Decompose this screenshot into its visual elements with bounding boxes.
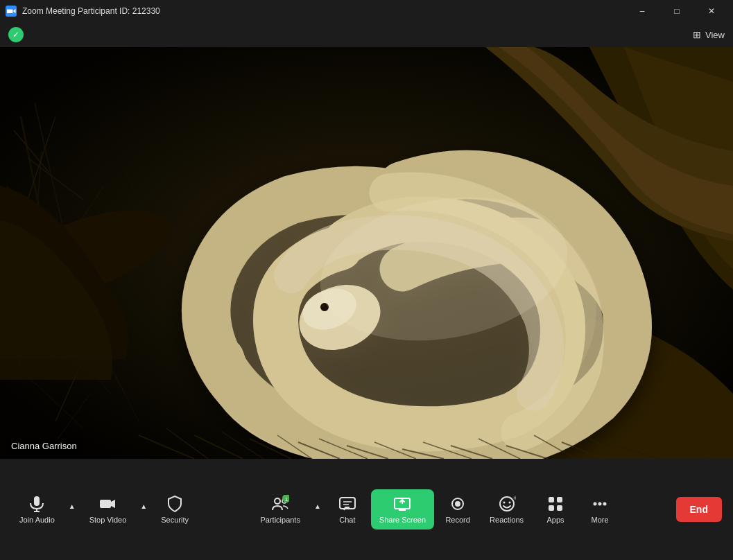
snake-image	[0, 47, 733, 459]
svg-point-80	[598, 502, 602, 506]
participants-button[interactable]: 1 Participants	[252, 489, 308, 530]
apps-icon	[546, 495, 564, 513]
svg-rect-54	[34, 496, 40, 506]
svg-point-73	[508, 502, 510, 504]
security-label: Security	[161, 516, 189, 524]
top-bar: ✓ ⊞ View	[0, 22, 733, 47]
reactions-icon: +	[498, 495, 516, 513]
svg-point-71	[500, 497, 514, 511]
toolbar-left-group: Join Audio ▲ Stop Video ▲ Security	[11, 489, 197, 530]
video-expand-arrow[interactable]: ▲	[137, 500, 150, 513]
reactions-label: Reactions	[490, 516, 524, 524]
view-button[interactable]: ⊞ View	[693, 29, 725, 40]
svg-point-58	[275, 498, 280, 504]
svg-point-81	[603, 502, 607, 506]
svg-point-72	[503, 502, 505, 504]
close-button[interactable]: ✕	[696, 0, 727, 22]
participants-icon: 1	[271, 495, 289, 513]
svg-rect-76	[557, 497, 562, 502]
svg-point-79	[594, 502, 597, 506]
apps-button[interactable]: Apps	[535, 489, 576, 530]
view-label: View	[705, 30, 725, 40]
participants-expand-arrow[interactable]: ▲	[311, 500, 324, 513]
zoom-logo-icon	[6, 6, 17, 17]
title-left: Zoom Meeting Participant ID: 212330	[6, 6, 160, 17]
join-audio-label: Join Audio	[19, 516, 55, 524]
title-bar: Zoom Meeting Participant ID: 212330 – □ …	[0, 0, 733, 22]
svg-rect-78	[557, 505, 562, 511]
window-controls: – □ ✕	[626, 0, 727, 22]
record-icon	[449, 495, 467, 513]
video-feed	[0, 47, 733, 459]
shield-check: ✓	[12, 30, 19, 40]
reactions-button[interactable]: + Reactions	[481, 489, 532, 530]
microphone-icon	[28, 495, 46, 513]
video-area: Cianna Garrison	[0, 47, 733, 459]
apps-label: Apps	[546, 516, 564, 524]
more-button[interactable]: More	[579, 489, 621, 530]
maximize-button[interactable]: □	[661, 0, 693, 22]
view-icon: ⊞	[693, 29, 701, 40]
participant-name-tag: Cianna Garrison	[6, 439, 83, 453]
chat-label: Chat	[339, 516, 355, 524]
toolbar-center-group: 1 Participants ▲ Chat Share Sc	[252, 489, 621, 530]
minimize-button[interactable]: –	[626, 0, 658, 22]
participants-label: Participants	[260, 516, 300, 524]
svg-rect-75	[549, 497, 554, 502]
video-camera-icon	[98, 495, 117, 513]
svg-text:+: +	[513, 495, 516, 502]
security-shield-icon: ✓	[8, 27, 24, 42]
svg-rect-57	[100, 500, 111, 508]
share-screen-button[interactable]: Share Screen	[371, 489, 434, 530]
record-button[interactable]: Record	[437, 489, 478, 530]
end-button-container: End	[676, 497, 722, 522]
security-icon	[166, 495, 184, 513]
svg-text:1: 1	[285, 496, 288, 502]
audio-expand-arrow[interactable]: ▲	[66, 500, 78, 513]
svg-point-70	[455, 501, 460, 507]
chat-icon	[338, 495, 356, 513]
stop-video-label: Stop Video	[89, 516, 127, 524]
share-screen-label: Share Screen	[379, 516, 426, 524]
chat-button[interactable]: Chat	[327, 489, 368, 530]
svg-rect-77	[549, 505, 554, 511]
security-button[interactable]: Security	[153, 489, 197, 530]
svg-point-31	[322, 304, 325, 307]
stop-video-button[interactable]: Stop Video	[81, 489, 135, 530]
share-screen-icon	[393, 495, 411, 513]
more-icon	[591, 495, 609, 513]
end-button[interactable]: End	[676, 497, 722, 522]
participant-name: Cianna Garrison	[11, 441, 77, 451]
record-label: Record	[445, 516, 469, 524]
bottom-toolbar: Join Audio ▲ Stop Video ▲ Security	[0, 459, 733, 560]
join-audio-button[interactable]: Join Audio	[11, 489, 63, 530]
more-label: More	[592, 516, 609, 524]
window-title: Zoom Meeting Participant ID: 212330	[22, 6, 160, 16]
